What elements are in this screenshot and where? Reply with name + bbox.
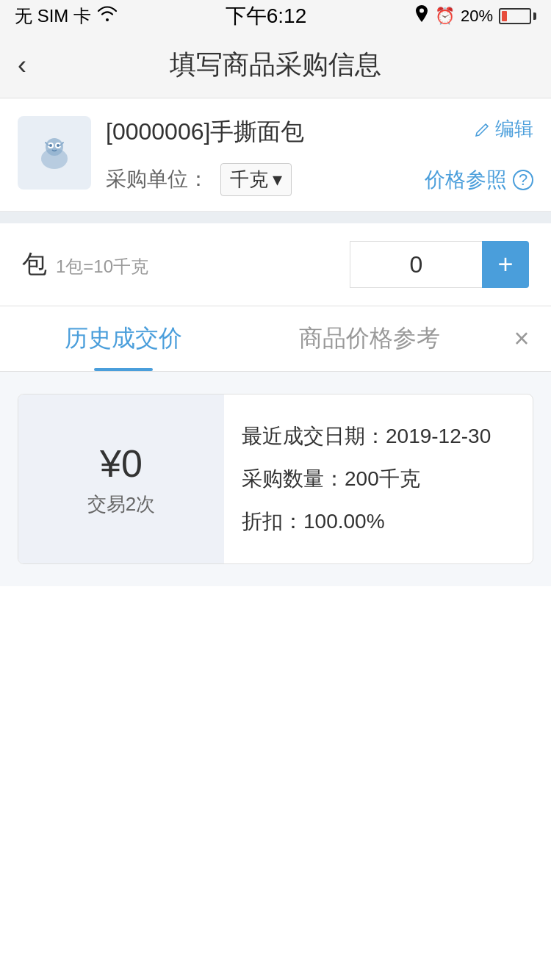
recent-date-row: 最近成交日期：2019-12-30 xyxy=(242,421,515,452)
page-title: 填写商品采购信息 xyxy=(170,47,381,83)
discount-label: 折扣： xyxy=(242,510,303,533)
product-header: [0000006]手撕面包 编辑 xyxy=(106,116,533,148)
discount-row: 折扣：100.00% xyxy=(242,506,515,537)
unit-value: 千克 xyxy=(230,167,268,192)
product-info: [0000006]手撕面包 编辑 采购单位： 千克 ▾ 价格参照 ? xyxy=(106,116,533,196)
svg-point-4 xyxy=(49,144,52,147)
product-name: [0000006]手撕面包 xyxy=(106,116,304,148)
tab-history-price[interactable]: 历史成交价 xyxy=(0,306,246,371)
discount-value: 100.00% xyxy=(303,510,385,533)
tab-product-price[interactable]: 商品价格参考 xyxy=(246,306,492,371)
unit-label: 采购单位： xyxy=(106,167,209,190)
svg-point-5 xyxy=(57,144,60,147)
edit-label: 编辑 xyxy=(495,116,533,142)
status-bar: 无 SIM 卡 下午6:12 ⏰ 20% xyxy=(0,0,551,32)
tab-bar: 历史成交价 商品价格参考 × xyxy=(0,306,551,372)
quantity-plus-button[interactable]: + xyxy=(482,241,529,288)
location-icon xyxy=(414,5,429,27)
nav-bar: ‹ 填写商品采购信息 xyxy=(0,32,551,98)
battery-icon xyxy=(499,8,536,24)
package-label: 包 xyxy=(22,248,47,281)
plus-icon: + xyxy=(497,249,513,280)
carrier-label: 无 SIM 卡 xyxy=(15,4,91,28)
unit-group: 采购单位： 千克 ▾ xyxy=(106,163,292,196)
tab-active-indicator xyxy=(94,368,153,371)
trade-count: 交易2次 xyxy=(87,491,155,517)
price-number: 0 xyxy=(121,442,143,485)
price-ref-label: 价格参照 xyxy=(425,166,507,194)
chevron-down-icon: ▾ xyxy=(273,168,282,191)
alarm-icon: ⏰ xyxy=(435,7,455,26)
currency-symbol: ¥ xyxy=(100,442,121,485)
price-reference-button[interactable]: 价格参照 ? xyxy=(425,166,533,194)
quantity-row: 包 1包=10千克 + xyxy=(0,223,551,306)
wifi-icon xyxy=(97,6,118,26)
trade-card: ¥0 交易2次 最近成交日期：2019-12-30 采购数量：200千克 折扣：… xyxy=(18,394,533,564)
trade-price-section: ¥0 交易2次 xyxy=(18,394,224,563)
close-icon: × xyxy=(514,323,529,354)
quantity-detail-label: 采购数量： xyxy=(242,467,345,490)
bottom-space xyxy=(0,586,551,980)
product-thumbnail xyxy=(18,116,91,190)
quantity-input[interactable] xyxy=(350,241,482,288)
battery-percent: 20% xyxy=(461,7,493,26)
tab-product-label: 商品价格参考 xyxy=(299,323,440,355)
recent-date-label: 最近成交日期： xyxy=(242,425,386,447)
product-unit-row: 采购单位： 千克 ▾ 价格参照 ? xyxy=(106,163,533,196)
edit-button[interactable]: 编辑 xyxy=(475,116,533,142)
trade-detail-section: 最近成交日期：2019-12-30 采购数量：200千克 折扣：100.00% xyxy=(224,394,533,563)
status-right: ⏰ 20% xyxy=(414,5,536,27)
section-divider xyxy=(0,212,551,223)
trade-price-value: ¥0 xyxy=(100,442,143,486)
unit-select[interactable]: 千克 ▾ xyxy=(220,163,292,196)
quantity-control: + xyxy=(350,241,529,288)
package-hint: 1包=10千克 xyxy=(56,255,148,278)
product-id: [0000006] xyxy=(106,118,210,145)
product-title: 手撕面包 xyxy=(210,118,304,145)
back-button[interactable]: ‹ xyxy=(18,50,26,81)
help-icon: ? xyxy=(513,170,533,190)
tab-close-button[interactable]: × xyxy=(492,306,551,371)
history-content-area: ¥0 交易2次 最近成交日期：2019-12-30 采购数量：200千克 折扣：… xyxy=(0,372,551,586)
quantity-row-detail: 采购数量：200千克 xyxy=(242,464,515,494)
product-card: [0000006]手撕面包 编辑 采购单位： 千克 ▾ 价格参照 ? xyxy=(0,98,551,212)
quantity-label-group: 包 1包=10千克 xyxy=(22,248,148,281)
recent-date-value: 2019-12-30 xyxy=(386,425,491,447)
status-time: 下午6:12 xyxy=(226,2,307,30)
quantity-detail-value: 200千克 xyxy=(345,467,420,490)
status-left: 无 SIM 卡 xyxy=(15,4,118,28)
tab-history-label: 历史成交价 xyxy=(65,323,182,355)
